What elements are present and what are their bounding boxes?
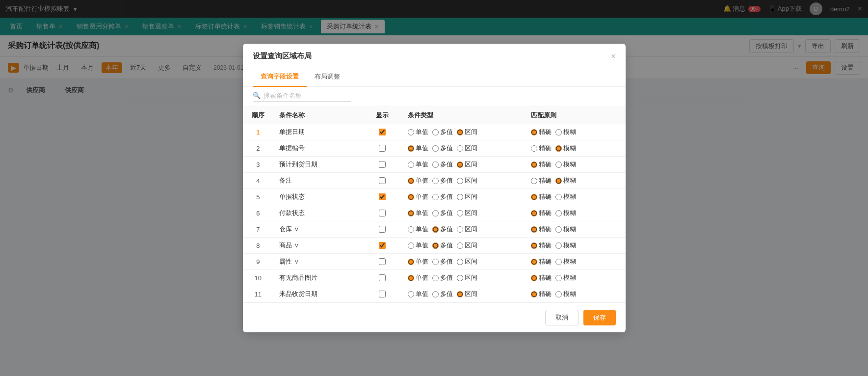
modal-overlay: 设置查询区域布局 × 查询字段设置 布局调整 🔍 顺序 bbox=[0, 0, 868, 102]
search-icon: 🔍 bbox=[253, 92, 261, 99]
tab-query-fields[interactable]: 查询字段设置 bbox=[253, 67, 307, 87]
modal-search-area: 🔍 bbox=[243, 87, 626, 102]
search-input[interactable] bbox=[263, 92, 342, 99]
modal-tabs: 查询字段设置 布局调整 bbox=[243, 67, 626, 87]
modal: 设置查询区域布局 × 查询字段设置 布局调整 🔍 顺序 bbox=[243, 44, 626, 102]
modal-title: 设置查询区域布局 bbox=[253, 52, 312, 61]
search-wrap: 🔍 bbox=[253, 92, 351, 102]
tab-layout-adjust[interactable]: 布局调整 bbox=[307, 67, 348, 87]
modal-header: 设置查询区域布局 × bbox=[243, 44, 626, 67]
modal-close-btn[interactable]: × bbox=[611, 52, 615, 61]
